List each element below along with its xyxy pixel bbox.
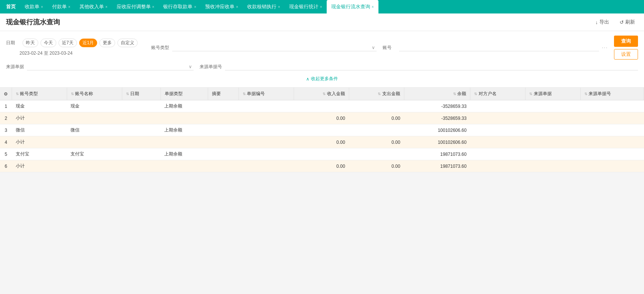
settings-button[interactable]: 设置 bbox=[614, 49, 638, 60]
date-btn-more[interactable]: 更多 bbox=[99, 39, 115, 47]
cell-balance: 19871073.60 bbox=[404, 160, 470, 172]
header-actions: ↓ 导出 ↺ 刷新 bbox=[593, 17, 638, 27]
refresh-icon: ↺ bbox=[620, 19, 624, 25]
table-container: ⚙ ⇅ 账号类型 ⇅ 账号名称 ⇅ 日期 单据类型 摘要 bbox=[0, 88, 644, 172]
close-icon[interactable]: × bbox=[105, 5, 108, 9]
close-icon[interactable]: × bbox=[320, 5, 322, 9]
nav-item-bank-deposit[interactable]: 银行存取款单 × bbox=[159, 0, 201, 13]
cell-balance: 100102606.60 bbox=[404, 124, 470, 136]
cell-account-name: 支付宝 bbox=[67, 148, 122, 160]
cell-date bbox=[122, 124, 161, 136]
date-label: 日期 bbox=[6, 40, 20, 46]
cell-source-doc-no bbox=[581, 100, 644, 112]
cell-source-doc-no bbox=[581, 160, 644, 172]
top-nav: 首页 收款单 × 付款单 × 其他收入单 × 应收应付调整单 × 银行存取款单 … bbox=[0, 0, 644, 13]
cell-account-name: 现金 bbox=[67, 100, 122, 112]
cell-summary bbox=[208, 136, 239, 148]
chevron-down-icon[interactable]: ∨ bbox=[372, 45, 375, 50]
col-header-expense[interactable]: ⇅ 支出金额 bbox=[349, 88, 404, 100]
cell-expense: 0.00 bbox=[349, 112, 404, 124]
nav-item-home[interactable]: 首页 bbox=[2, 0, 20, 13]
nav-item-receipt[interactable]: 收款单 × bbox=[20, 0, 48, 13]
cell-source-doc bbox=[525, 160, 581, 172]
close-icon[interactable]: × bbox=[372, 5, 374, 9]
chevron-down-icon-2[interactable]: ∨ bbox=[189, 64, 192, 69]
collapse-bar[interactable]: ∧ 收起更多条件 bbox=[6, 74, 638, 83]
account-input-wrap bbox=[399, 44, 599, 51]
refresh-button[interactable]: ↺ 刷新 bbox=[617, 17, 638, 27]
close-icon[interactable]: × bbox=[152, 5, 155, 9]
col-header-doc-type[interactable]: 单据类型 bbox=[161, 88, 208, 100]
nav-item-prepayment[interactable]: 预收冲应收单 × bbox=[201, 0, 243, 13]
col-header-source-doc[interactable]: ⇅ 来源单据 bbox=[525, 88, 581, 100]
date-options: 昨天 今天 近7天 近1月 更多 自定义 bbox=[23, 39, 138, 47]
cell-expense bbox=[349, 100, 404, 112]
col-header-account-type[interactable]: ⇅ 账号类型 bbox=[12, 88, 67, 100]
cell-date bbox=[122, 160, 161, 172]
dots-icon[interactable]: ··· bbox=[602, 45, 608, 50]
table-row: 5支付宝支付宝上期余额19871073.60 bbox=[0, 148, 644, 160]
col-header-income[interactable]: ⇅ 收入金额 bbox=[294, 88, 349, 100]
cell-account-type: 微信 bbox=[12, 124, 67, 136]
col-header-balance[interactable]: ⇅ 余额 bbox=[404, 88, 470, 100]
cell-doc-type: 上期余额 bbox=[161, 124, 208, 136]
date-btn-1month[interactable]: 近1月 bbox=[79, 39, 98, 47]
account-input[interactable] bbox=[401, 45, 597, 50]
query-button[interactable]: 查询 bbox=[614, 36, 638, 47]
nav-item-adjustment[interactable]: 应收应付调整单 × bbox=[112, 0, 159, 13]
date-btn-7days[interactable]: 近7天 bbox=[59, 39, 77, 47]
source-doc-no-input-wrap bbox=[225, 63, 638, 70]
cell-source-doc bbox=[525, 100, 581, 112]
nav-item-statistics[interactable]: 现金银行统计 × bbox=[285, 0, 327, 13]
cell-counterpart bbox=[470, 100, 525, 112]
gear-icon[interactable]: ⚙ bbox=[4, 91, 8, 97]
cell-expense bbox=[349, 124, 404, 136]
close-icon[interactable]: × bbox=[236, 5, 238, 9]
cell-summary bbox=[208, 100, 239, 112]
cell-account-name bbox=[67, 112, 122, 124]
cell-summary bbox=[208, 112, 239, 124]
cell-account-type: 小计 bbox=[12, 160, 67, 172]
nav-item-payment[interactable]: 付款单 × bbox=[48, 0, 75, 13]
cell-expense: 0.00 bbox=[349, 136, 404, 148]
nav-item-other-income[interactable]: 其他收入单 × bbox=[75, 0, 112, 13]
col-header-date[interactable]: ⇅ 日期 bbox=[122, 88, 161, 100]
close-icon[interactable]: × bbox=[278, 5, 280, 9]
col-header-summary[interactable]: 摘要 bbox=[208, 88, 239, 100]
close-icon[interactable]: × bbox=[194, 5, 196, 9]
nav-item-verification[interactable]: 收款核销执行 × bbox=[243, 0, 285, 13]
col-header-account-name[interactable]: ⇅ 账号名称 bbox=[67, 88, 122, 100]
export-button[interactable]: ↓ 导出 bbox=[593, 17, 612, 27]
cell-summary bbox=[208, 148, 239, 160]
source-doc-input[interactable] bbox=[29, 64, 189, 69]
cell-doc-type bbox=[161, 136, 208, 148]
col-header-counterpart[interactable]: ⇅ 对方户名 bbox=[470, 88, 525, 100]
date-btn-today[interactable]: 今天 bbox=[41, 39, 56, 47]
column-settings[interactable]: ⚙ bbox=[0, 88, 12, 100]
nav-item-flow-query[interactable]: 现金银行流水查询 × bbox=[327, 0, 378, 13]
source-doc-select[interactable]: ∨ bbox=[27, 63, 194, 70]
action-buttons: 查询 设置 bbox=[614, 36, 638, 60]
cell-account-type: 支付宝 bbox=[12, 148, 67, 160]
close-icon[interactable]: × bbox=[41, 5, 43, 9]
cell-expense: 0.00 bbox=[349, 160, 404, 172]
cell-doc-no bbox=[239, 124, 294, 136]
col-header-doc-no[interactable]: ⇅ 单据编号 bbox=[239, 88, 294, 100]
cell-account-type: 小计 bbox=[12, 112, 67, 124]
cell-balance: -3528659.33 bbox=[404, 112, 470, 124]
account-type-select[interactable]: ∨ bbox=[172, 44, 377, 51]
cell-source-doc-no bbox=[581, 148, 644, 160]
source-doc-no-input[interactable] bbox=[227, 64, 636, 69]
date-btn-custom[interactable]: 自定义 bbox=[117, 39, 138, 47]
cell-doc-no bbox=[239, 100, 294, 112]
col-header-source-doc-no[interactable]: ⇅ 来源单据号 bbox=[581, 88, 644, 100]
cell-account-name: 微信 bbox=[67, 124, 122, 136]
filter-row-2: 来源单据 ∨ 来源单据号 bbox=[6, 63, 638, 70]
close-icon[interactable]: × bbox=[68, 5, 71, 9]
account-type-input[interactable] bbox=[174, 45, 372, 50]
date-btn-yesterday[interactable]: 昨天 bbox=[23, 39, 38, 47]
cell-source-doc-no bbox=[581, 124, 644, 136]
cell-account-name bbox=[67, 160, 122, 172]
row-index: 5 bbox=[0, 148, 12, 160]
cell-source-doc bbox=[525, 136, 581, 148]
